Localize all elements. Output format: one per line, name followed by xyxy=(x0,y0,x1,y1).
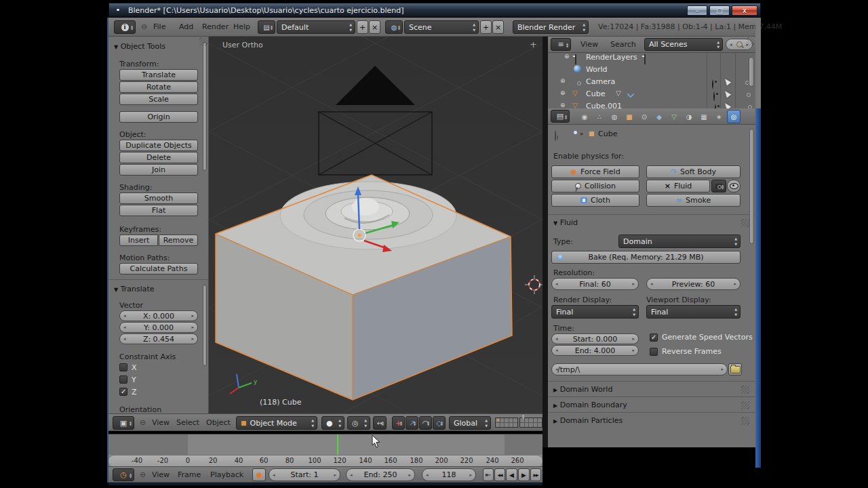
timeline-ruler[interactable]: -40 -20 0 20 40 60 80 100 120 140 160 18… xyxy=(108,455,542,466)
next-keyframe-button[interactable]: ▶▶ xyxy=(530,468,541,481)
vector-y-field[interactable]: Y: 0.000 xyxy=(119,322,198,333)
pivot-select[interactable]: ◎ xyxy=(347,416,370,430)
tool-shelf-scrollbar-2[interactable] xyxy=(203,285,207,366)
cache-path-field[interactable]: /tmp/\ xyxy=(551,363,728,375)
cursor-select-icon[interactable] xyxy=(723,89,731,98)
smoke-button[interactable]: ≈ Smoke xyxy=(646,194,741,207)
join-button[interactable]: Join xyxy=(119,164,198,176)
fluid-panel-header[interactable]: ▼ Fluid xyxy=(553,218,750,227)
frame-start-field[interactable]: Start: 1 xyxy=(269,468,340,481)
outliner-scrollbar[interactable] xyxy=(749,57,754,87)
menu-file[interactable]: File xyxy=(153,20,165,35)
translate-button[interactable]: Translate xyxy=(119,69,198,81)
jump-to-start-button[interactable]: ⇤ xyxy=(483,468,494,481)
constraint-z-checkbox[interactable] xyxy=(119,388,127,396)
object-tools-panel-header[interactable]: ▼ Object Tools xyxy=(114,42,165,51)
expand-icon[interactable]: ⊕ xyxy=(560,89,566,96)
domain-world-panel-header[interactable]: ▶ Domain World xyxy=(553,385,750,394)
tab-particles-icon[interactable]: ∗ xyxy=(712,110,726,123)
menu-view[interactable]: View xyxy=(152,415,170,430)
cloth-button[interactable]: Cloth xyxy=(551,194,639,207)
constraint-y-checkbox[interactable] xyxy=(119,375,127,384)
tab-constraints-icon[interactable]: ⊙ xyxy=(637,110,651,123)
editor-type-button-properties[interactable]: ▤ xyxy=(551,110,570,123)
prev-keyframe-button[interactable]: ◀◀ xyxy=(494,468,505,481)
timeline-track[interactable]: -40 -20 0 20 40 60 80 100 120 140 160 18… xyxy=(108,434,542,466)
rotate-button[interactable]: Rotate xyxy=(119,81,198,93)
force-field-button[interactable]: ◉ Force Field xyxy=(551,165,639,178)
outliner-item-cube001[interactable]: Cube.001 xyxy=(586,102,622,108)
manipulator-translate-button[interactable]: + xyxy=(392,416,405,430)
collapse-menus-icon[interactable]: ⊖ xyxy=(140,415,146,430)
manipulator-rotate-button[interactable]: ◠ xyxy=(419,416,432,430)
fluid-render-toggle[interactable] xyxy=(711,180,726,192)
smooth-button[interactable]: Smooth xyxy=(119,192,198,204)
fluid-viewport-toggle[interactable] xyxy=(727,180,741,192)
menu-view[interactable]: View xyxy=(152,468,170,483)
scale-button[interactable]: Scale xyxy=(119,94,198,105)
properties-scrollbar[interactable] xyxy=(749,129,754,244)
menu-object[interactable]: Object xyxy=(206,415,231,430)
menu-render[interactable]: Render xyxy=(202,20,229,35)
tab-render-icon[interactable]: ◉ xyxy=(578,110,591,123)
current-frame-field[interactable]: 118 xyxy=(422,468,476,481)
layout-browse-button[interactable]: ▤ xyxy=(258,20,275,34)
tab-texture-icon[interactable]: ▦ xyxy=(697,110,711,123)
expand-icon[interactable]: ⊕ xyxy=(560,77,566,84)
file-browse-button[interactable] xyxy=(728,363,742,375)
outliner-item-cube[interactable]: Cube xyxy=(586,89,605,98)
menu-view[interactable]: View xyxy=(580,37,598,52)
collision-button[interactable]: Collision xyxy=(551,180,639,192)
editor-type-button-info[interactable]: i xyxy=(114,20,136,34)
shading-select[interactable]: ● xyxy=(321,416,344,430)
maximize-button[interactable]: □ xyxy=(709,5,730,16)
scene-add-button[interactable]: + xyxy=(480,20,492,34)
constraint-x-checkbox[interactable] xyxy=(119,363,127,371)
mode-select[interactable]: ■ Object Mode xyxy=(236,416,317,430)
outliner-item-camera[interactable]: Camera xyxy=(586,77,615,86)
layers-grid-1[interactable] xyxy=(495,418,518,428)
tab-world-icon[interactable]: ◍ xyxy=(608,110,621,123)
play-reverse-button[interactable]: ◀ xyxy=(506,468,517,481)
resolution-final-field[interactable]: Final: 60 xyxy=(551,278,639,290)
time-end-field[interactable]: End: 4.000 xyxy=(551,345,639,356)
menu-help[interactable]: Help xyxy=(233,20,250,35)
close-button[interactable]: x xyxy=(732,5,757,16)
orientation-select[interactable]: Global xyxy=(449,416,491,430)
auto-keyframe-button[interactable]: ● xyxy=(252,468,266,481)
calculate-paths-button[interactable]: Calculate Paths xyxy=(119,263,198,274)
manipulator-toggle-button[interactable]: ↔ xyxy=(373,416,387,430)
fluid-button[interactable]: × Fluid xyxy=(646,180,710,192)
cursor-select-icon[interactable] xyxy=(723,77,731,86)
titlebar[interactable]: Blender* [C:\Users\Usuario\Desktop\Usuar… xyxy=(108,3,761,18)
delete-button[interactable]: Delete xyxy=(119,152,198,163)
flat-button[interactable]: Flat xyxy=(119,205,198,216)
resolution-preview-field[interactable]: Preview: 60 xyxy=(646,278,741,290)
editor-type-button-outliner[interactable]: ≡ xyxy=(551,38,571,51)
remove-keyframe-button[interactable]: Remove xyxy=(159,235,198,246)
tab-modifiers-icon[interactable]: ◆ xyxy=(652,110,666,123)
pin-icon[interactable] xyxy=(555,131,556,141)
fluid-type-select[interactable]: Domain xyxy=(618,235,741,248)
menu-frame[interactable]: Frame xyxy=(178,468,201,483)
scenes-filter-select[interactable]: All Scenes xyxy=(644,38,723,51)
domain-particles-panel-header[interactable]: ▶ Domain Particles xyxy=(553,416,750,425)
time-start-field[interactable]: Start: 0.000 xyxy=(551,333,639,344)
minimize-button[interactable]: – xyxy=(687,5,707,16)
collapse-menus-icon[interactable]: ⊖ xyxy=(140,468,146,483)
render-display-select[interactable]: Final xyxy=(551,305,639,319)
translate-panel-header[interactable]: ▼ Translate xyxy=(114,285,155,293)
viewport-3d[interactable]: User Ortho y (118) Cube + xyxy=(209,37,542,413)
vector-x-field[interactable]: X: 0.000 xyxy=(119,310,198,321)
eye-icon[interactable] xyxy=(715,104,716,108)
tab-material-icon[interactable]: ◑ xyxy=(682,110,696,123)
outliner-item-renderlayers[interactable]: RenderLayers xyxy=(586,53,637,62)
play-button[interactable]: ▶ xyxy=(518,468,530,481)
eye-icon[interactable] xyxy=(712,79,713,89)
outliner-item-world[interactable]: World xyxy=(586,65,608,74)
menu-playback[interactable]: Playback xyxy=(210,468,243,483)
origin-button[interactable]: Origin xyxy=(119,111,198,123)
generate-speed-vectors-checkbox[interactable] xyxy=(650,333,658,342)
frame-end-field[interactable]: End: 250 xyxy=(346,468,415,481)
menu-select[interactable]: Select xyxy=(176,415,199,430)
